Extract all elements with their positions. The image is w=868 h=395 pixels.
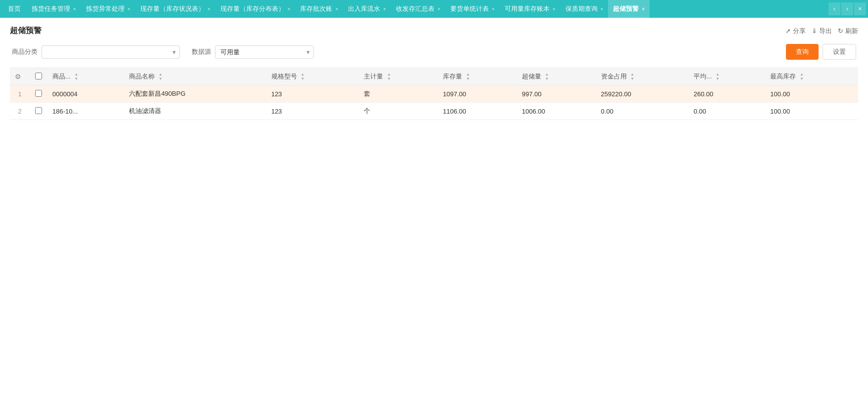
row-avg: 0.00 [689,103,765,120]
row-stock: 1097.00 [438,85,517,103]
sort-avg-icon[interactable]: ▲▼ [716,73,720,81]
datasource-select-wrapper: 可用量 [215,45,314,59]
row-name: 机油滤清器 [124,103,266,120]
header-actions: ➚ 分享 ⇓ 导出 ↻ 刷新 [785,27,858,36]
col-maxstock-header: 最高库存 ▲▼ [765,68,858,85]
category-filter-group: 商品分类 [12,45,180,59]
close-tab-11-icon[interactable]: × [642,6,645,12]
nav-tab-10[interactable]: 保质期查询 × [561,0,608,18]
col-capital-header: 资金占用 ▲▼ [596,68,689,85]
row-maxstock: 100.00 [765,85,858,103]
row-num: 1 [10,85,30,103]
sort-name-icon[interactable]: ▲▼ [159,73,163,81]
col-gear: ⚙ [10,68,30,85]
nav-prev-button[interactable]: ‹ [828,2,840,15]
refresh-button[interactable]: ↻ 刷新 [838,27,858,36]
datasource-filter-group: 数据源 可用量 [192,45,314,59]
row-spec: 123 [266,103,359,120]
page-content: 超储预警 ➚ 分享 ⇓ 导出 ↻ 刷新 商品分类 [0,18,868,395]
row-unit: 套 [359,85,438,103]
row-checkbox-1[interactable] [35,107,42,114]
page-header: 超储预警 ➚ 分享 ⇓ 导出 ↻ 刷新 [10,26,858,36]
sort-maxstock-icon[interactable]: ▲▼ [800,73,804,81]
sort-spec-icon[interactable]: ▲▼ [301,73,304,81]
nav-tab-4[interactable]: 现存量（库存分布表） × [216,0,296,18]
table-header-row: ⚙ 商品... ▲▼ 商品名称 ▲▼ 规格型号 ▲▼ 主计 [10,68,858,85]
nav-tab-9[interactable]: 可用量库存账本 × [500,0,561,18]
row-checkbox-cell [30,85,47,103]
close-tab-7-icon[interactable]: × [437,6,440,12]
close-tab-5-icon[interactable]: × [335,6,338,12]
category-label: 商品分类 [12,47,38,56]
col-unit-header: 主计量 ▲▼ [359,68,438,85]
row-num: 2 [10,103,30,120]
row-capital: 0.00 [596,103,689,120]
row-avg: 260.00 [689,85,765,103]
row-checkbox-cell [30,103,47,120]
setting-button[interactable]: 设置 [823,44,856,60]
filter-actions: 查询 设置 [786,44,856,60]
table-row: 2 186-10... 机油滤清器 123 个 1106.00 1006.00 … [10,103,858,120]
row-unit: 个 [359,103,438,120]
nav-tab-5[interactable]: 库存批次账 × [295,0,343,18]
refresh-icon: ↻ [838,27,843,35]
close-tab-10-icon[interactable]: × [601,6,604,12]
close-tab-3-icon[interactable]: × [208,6,211,12]
row-maxstock: 100.00 [765,103,858,120]
close-tab-4-icon[interactable]: × [288,6,291,12]
category-select-wrapper [42,45,180,59]
top-navigation: 首页 拣货任务管理 × 拣货异常处理 × 现存量（库存状况表） × 现存量（库存… [0,0,868,18]
nav-arrows: ‹ › × [828,2,866,15]
datasource-label: 数据源 [192,47,211,56]
gear-icon[interactable]: ⚙ [15,73,21,80]
col-name-header: 商品名称 ▲▼ [124,68,266,85]
col-overstock-header: 超储量 ▲▼ [517,68,596,85]
col-avg-header: 平均... ▲▼ [689,68,765,85]
row-stock: 1106.00 [438,103,517,120]
close-tab-9-icon[interactable]: × [553,6,556,12]
row-checkbox-0[interactable] [35,90,42,97]
export-button[interactable]: ⇓ 导出 [812,27,832,36]
sort-unit-icon[interactable]: ▲▼ [387,73,391,81]
row-name: 六配套新昌490BPG [124,85,266,103]
close-tab-1-icon[interactable]: × [73,6,76,12]
nav-tab-7[interactable]: 收发存汇总表 × [391,0,445,18]
query-button[interactable]: 查询 [786,44,819,60]
nav-tab-1[interactable]: 拣货任务管理 × [27,0,81,18]
close-tab-8-icon[interactable]: × [492,6,495,12]
nav-next-button[interactable]: › [841,2,853,15]
close-tab-6-icon[interactable]: × [383,6,386,12]
row-code: 186-10... [47,103,124,120]
nav-tab-2[interactable]: 拣货异常处理 × [81,0,135,18]
nav-tab-11[interactable]: 超储预警 × [608,0,650,18]
col-spec-header: 规格型号 ▲▼ [266,68,359,85]
col-checkbox-header [30,68,47,85]
filter-area: 商品分类 数据源 可用量 查询 设置 [10,44,858,60]
nav-tab-3[interactable]: 现存量（库存状况表） × [135,0,216,18]
nav-tab-6[interactable]: 出入库流水 × [343,0,391,18]
export-icon: ⇓ [812,27,817,35]
nav-home[interactable]: 首页 [2,0,27,18]
sort-overstock-icon[interactable]: ▲▼ [545,73,549,81]
nav-close-all-button[interactable]: × [854,2,866,15]
row-overstock: 1006.00 [517,103,596,120]
select-all-checkbox[interactable] [35,73,42,79]
datasource-select[interactable]: 可用量 [215,45,314,59]
sort-code-icon[interactable]: ▲▼ [74,73,78,81]
category-select[interactable] [42,45,180,59]
page-title: 超储预警 [10,26,42,36]
row-overstock: 997.00 [517,85,596,103]
close-tab-2-icon[interactable]: × [128,6,130,12]
sort-capital-icon[interactable]: ▲▼ [630,73,634,81]
data-table: ⚙ 商品... ▲▼ 商品名称 ▲▼ 规格型号 ▲▼ 主计 [10,68,858,120]
row-spec: 123 [266,85,359,103]
row-code: 0000004 [47,85,124,103]
sort-stock-icon[interactable]: ▲▼ [466,73,470,81]
col-stock-header: 库存量 ▲▼ [438,68,517,85]
nav-tab-8[interactable]: 要货单统计表 × [445,0,500,18]
row-capital: 259220.00 [596,85,689,103]
table-row: 1 0000004 六配套新昌490BPG 123 套 1097.00 997.… [10,85,858,103]
col-code-header: 商品... ▲▼ [47,68,124,85]
share-button[interactable]: ➚ 分享 [785,27,806,36]
share-icon: ➚ [785,27,791,35]
